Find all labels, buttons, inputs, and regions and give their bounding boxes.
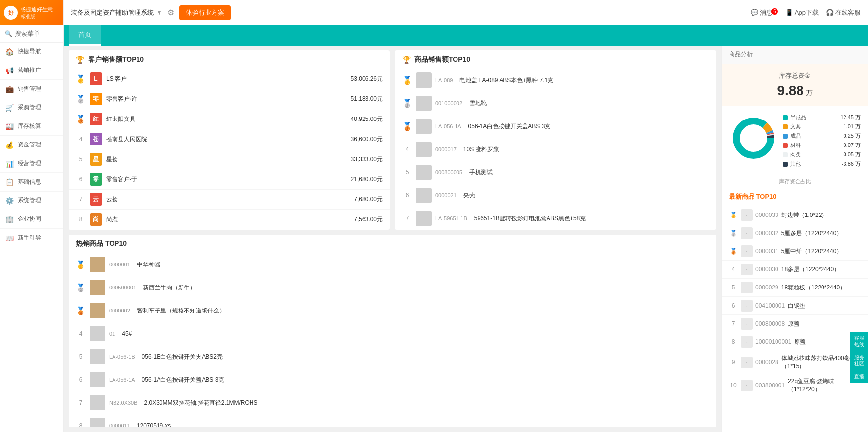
legend-name: 半成品 [790,114,838,121]
float-button[interactable]: 直播 [850,370,868,383]
sidebar-item-3[interactable]: 🛒采购管理 [0,98,63,117]
customer-amount: 51,183.00元 [351,95,383,103]
product-code: 0000021 [435,192,457,198]
list-item: 4 01 45# [69,322,716,345]
table-row: 🥉 LA-056-1A 056-1A白色按键开关盖ABS 3克 [395,115,716,138]
product-img [416,142,432,157]
tab-home[interactable]: 首页 [69,25,101,46]
product-name: 2.0X30MM双搓花轴.搓花直径2.1MM/ROHS [144,399,709,407]
sidebar-item-6[interactable]: 📊经营管理 [0,154,63,173]
nav-tabs: 首页 [64,25,868,46]
sidebar-icon-6: 📊 [5,160,14,168]
customer-top10-title: 客户销售额TOP10 [88,55,144,64]
avatar: 红 [90,113,102,125]
list-item: 4 · 0000030 18多层（1220*2440） [722,261,868,279]
product-name: 中华神器 [137,261,709,269]
app-download-btn[interactable]: 📱 App下载 [785,8,819,17]
legend-item: 文具 1.01 万 [783,123,861,130]
product-name: 056-1B白色按键开关夹ABS2壳 [142,353,709,361]
medal-icon: 🥉 [76,115,86,124]
trial-button[interactable]: 体验行业方案 [179,5,231,20]
sidebar-item-10[interactable]: 📖新手引导 [0,229,63,247]
product-code: NB2.0X30B [109,400,137,406]
table-row: 6 0000021 夹壳 [395,184,716,207]
rank-num: 5 [402,169,412,176]
online-service-btn[interactable]: 🎧 在线客服 [826,8,861,17]
product-name: 封边带（1.0*22） [781,211,861,219]
product-code: 0000028 [755,359,778,366]
table-row: 🥉 红 红太阳文具 40,925.00元 [69,109,390,129]
product-img [90,395,105,410]
sidebar-item-5[interactable]: 💰资金管理 [0,136,63,154]
product-code: 0000011 [109,423,130,427]
donut-section: 半成品 12.45 万 文具 1.01 万 成品 0.25 万 材料 0.07 … [722,106,868,175]
medal-icon: 🥉 [402,122,412,131]
dropdown-icon[interactable]: ▼ [156,9,162,16]
rank-num: 8 [76,216,86,223]
rank-num: 7 [76,196,86,203]
product-name: 新西兰牛肉（新牛） [143,284,709,292]
product-img [90,418,105,427]
inventory-total: 库存总资金 9.88 万 [722,64,868,106]
list-item: 8 · 10000100001 原盖 [722,333,868,351]
medal-icon: 🥇 [76,260,86,269]
list-item: 🥉 0000002 智利车子里（规格不知道填什么） [69,299,716,322]
rank-num: 9 [729,359,738,366]
product-code: 0000031 [755,248,778,255]
sidebar-item-2[interactable]: 💼销售管理 [0,80,63,98]
product-name: 体城荔枝味苏打饮品400毫升（1*15） [781,354,861,371]
product-img [90,372,105,387]
product-top10-title: 商品销售额TOP10 [414,55,470,64]
list-item: 🥉 · 0000031 5厘中纤（1220*2440） [722,242,868,261]
product-code: 10000100001 [755,338,791,345]
table-row: 6 零 零售客户·于 21,680.00元 [69,169,390,190]
product-code: 0000029 [755,284,778,291]
product-img [416,211,432,226]
rank-num: 5 [76,156,86,163]
customer-name: 星扬 [106,155,347,164]
float-button[interactable]: 服务社区 [850,351,868,370]
message-btn[interactable]: 💬 消息 6 [751,8,778,17]
product-name: 白钢垫 [788,302,861,310]
list-item: 7 · 000800008 原盖 [722,315,868,333]
product-img: · [741,245,753,257]
product-img: · [741,227,753,239]
product-img: · [741,357,753,368]
message-badge: 6 [771,8,778,15]
customer-amount: 40,925.00元 [351,115,383,123]
table-row: 4 0000017 10S 变料罗浆 [395,138,716,161]
sidebar-item-4[interactable]: 🏭库存核算 [0,117,63,136]
legend-name: 成品 [790,132,841,140]
float-button[interactable]: 客服热线 [850,332,868,351]
product-code: 0000017 [435,146,457,152]
trophy2-icon: 🏆 [402,56,411,64]
product-code: 0000032 [755,230,778,237]
sidebar-item-0[interactable]: 🏠快捷导航 [0,43,63,61]
sidebar-item-7[interactable]: 📋基础信息 [0,173,63,192]
search-menu[interactable]: 🔍 搜索菜单 [0,25,63,43]
customer-amount: 33,333.00元 [351,155,383,164]
legend-item: 肉类 -0.05 万 [783,151,861,158]
headset-icon: 🎧 [826,9,834,16]
header-right: 💬 消息 6 📱 App下载 🎧 在线客服 [751,8,861,17]
product-name: 电池盖 LA-089 ABS本色+黑种 7.1克 [459,76,709,85]
logo-icon: 好 [4,6,18,20]
rank-num: 6 [402,192,412,199]
sidebar-item-1[interactable]: 📢营销推广 [0,61,63,80]
sidebar-item-8[interactable]: ⚙️系统管理 [0,192,63,210]
product-img [90,349,105,364]
product-code: 01 [109,331,115,336]
sidebar-item-9[interactable]: 🏢企业协同 [0,210,63,229]
product-code: LA-056-1B [109,354,135,360]
gear-icon[interactable]: ⚙ [167,8,174,17]
hot-products-header: 热销商品 TOP10 [69,235,716,253]
list-item: 10 · 003800001 22g鱼豆腐·烧烤味（1*12*20） [722,374,868,397]
rank-num: 8 [729,338,738,345]
product-img: · [741,282,753,293]
product-code: LA-089 [435,77,453,83]
customer-amount: 53,006.26元 [351,75,383,83]
customer-top10-header: 🏆 客户销售额TOP10 [69,50,390,69]
legend-dot [783,162,788,167]
product-code: 000800008 [755,320,785,327]
content: 🏆 客户销售额TOP10 🥇 L LS 客户 53,006.26元 🥈 零 零售… [64,46,868,432]
